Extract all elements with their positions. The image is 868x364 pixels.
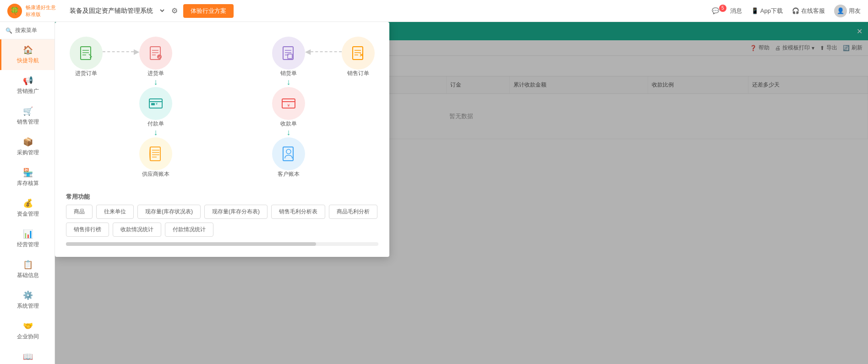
svg-text:✓: ✓ xyxy=(158,55,161,60)
trial-button[interactable]: 体验行业方案 xyxy=(183,4,234,18)
logo-text: 畅康通好生意 标准版 xyxy=(26,4,56,17)
modal-scrollbar[interactable] xyxy=(66,242,378,246)
func-btn-stock-status[interactable]: 现存量(库存状况表) xyxy=(137,205,201,219)
svg-rect-0 xyxy=(81,47,91,60)
workflow-diagram: 进货订单 ▶ xyxy=(66,33,378,185)
main-layout: 🔍 搜索菜单 🏠 快捷导航 📢 营销推广 🛒 销售管理 📦 采购管理 🏪 库存核… xyxy=(0,22,868,364)
header-right: 💬 5 消息 📱 App下载 🎧 在线客服 👤 用友 xyxy=(712,5,861,17)
sidebar-item-purchase[interactable]: 📦 采购管理 xyxy=(0,131,55,162)
finance-icon: 💰 xyxy=(23,198,33,208)
sidebar-item-newbie[interactable]: 📖 新手引导 xyxy=(0,346,55,364)
sidebar-item-enterprise[interactable]: 🤝 企业协同 xyxy=(0,315,55,346)
workflow-sale-order: 销售订单 xyxy=(342,37,375,77)
func-buttons-row2: 销售排行榜 收款情况统计 付款情况统计 xyxy=(66,223,378,237)
sidebar: 🔍 搜索菜单 🏠 快捷导航 📢 营销推广 🛒 销售管理 📦 采购管理 🏪 库存核… xyxy=(0,22,55,364)
svg-rect-15 xyxy=(353,47,363,60)
message-icon: 💬 xyxy=(712,7,719,14)
app-icon: 📱 xyxy=(751,7,759,14)
receipt-circle[interactable]: ¥ xyxy=(272,87,305,120)
svg-rect-21 xyxy=(151,103,155,105)
search-menu[interactable]: 🔍 搜索菜单 xyxy=(0,22,55,39)
func-btn-stock-dist[interactable]: 现存量(库存分布表) xyxy=(204,205,267,219)
purchase-circle[interactable]: ✓ xyxy=(139,37,172,70)
func-btn-sales-profit[interactable]: 销售毛利分析表 xyxy=(271,205,325,219)
service-item[interactable]: 🎧 在线客服 xyxy=(792,7,825,15)
user-name: 用友 xyxy=(849,7,861,15)
purchase-order-circle[interactable] xyxy=(70,37,103,70)
sidebar-item-management[interactable]: 📊 经营管理 xyxy=(0,223,55,254)
modal-scrollbar-thumb xyxy=(66,242,316,246)
workflow-supplier-ledger: 供应商账本 xyxy=(139,137,172,178)
purchase-icon: 📦 xyxy=(23,137,33,147)
func-btn-goods-profit[interactable]: 商品毛利分析 xyxy=(329,205,377,219)
supplier-ledger-circle[interactable] xyxy=(139,137,172,170)
system-title: 装备及固定资产辅助管理系统 xyxy=(70,7,153,15)
func-btn-goods[interactable]: 商品 xyxy=(66,205,93,219)
workflow-purchase: ✓ 进货单 xyxy=(139,37,172,77)
system-icon: ⚙️ xyxy=(23,290,33,300)
base-info-icon: 📋 xyxy=(23,260,33,270)
sidebar-item-quick-nav[interactable]: 🏠 快捷导航 xyxy=(0,39,55,70)
func-btn-partner[interactable]: 往来单位 xyxy=(96,205,134,219)
payment-circle[interactable]: ¥ xyxy=(139,87,172,120)
enterprise-icon: 🤝 xyxy=(23,321,33,331)
logo-icon: 🍀 xyxy=(7,4,22,18)
sidebar-item-finance[interactable]: 💰 资金管理 xyxy=(0,193,55,223)
workflow-customer-ledger: 客户账本 xyxy=(272,137,305,178)
func-btn-payment-stats[interactable]: 付款情况统计 xyxy=(165,223,213,237)
search-icon: 🔍 xyxy=(5,27,12,34)
inventory-icon: 🏪 xyxy=(23,168,33,178)
svg-rect-10 xyxy=(283,47,293,60)
avatar: 👤 xyxy=(834,5,847,17)
svg-point-32 xyxy=(286,149,291,154)
func-btn-receipt-stats[interactable]: 收款情况统计 xyxy=(113,223,161,237)
workflow-receipt: ¥ 收款单 xyxy=(272,87,305,128)
func-buttons-row1: 商品 往来单位 现存量(库存状况表) 现存量(库存分布表) 销售毛利分析表 商品… xyxy=(66,205,378,219)
workflow-payment: ¥ 付款单 xyxy=(139,87,172,128)
app-download-item[interactable]: 📱 App下载 xyxy=(751,7,783,15)
message-item[interactable]: 💬 5 消息 xyxy=(712,7,742,15)
modal-overlay[interactable]: 进货订单 ▶ xyxy=(55,22,868,364)
common-functions-title: 常用功能 xyxy=(66,193,378,201)
customer-ledger-circle[interactable] xyxy=(272,137,305,170)
sales-icon: 🛒 xyxy=(23,106,33,116)
marketing-icon: 📢 xyxy=(23,76,33,86)
svg-text:¥: ¥ xyxy=(156,102,158,105)
func-btn-sales-rank[interactable]: 销售排行榜 xyxy=(66,223,109,237)
sidebar-item-inventory[interactable]: 🏪 库存核算 xyxy=(0,162,55,193)
system-select[interactable] xyxy=(157,7,166,15)
service-icon: 🎧 xyxy=(792,7,799,14)
workflow-sale: 销货单 xyxy=(272,37,305,77)
top-header: 🍀 畅康通好生意 标准版 装备及固定资产辅助管理系统 ⚙ 体验行业方案 💬 5 … xyxy=(0,0,868,22)
svg-text:¥: ¥ xyxy=(287,103,290,108)
sidebar-item-system[interactable]: ⚙️ 系统管理 xyxy=(0,285,55,315)
user-item[interactable]: 👤 用友 xyxy=(834,5,861,17)
newbie-icon: 📖 xyxy=(23,352,33,362)
settings-icon[interactable]: ⚙ xyxy=(171,6,178,15)
management-icon: 📊 xyxy=(23,229,33,239)
sale-circle[interactable] xyxy=(272,37,305,70)
sidebar-item-sales[interactable]: 🛒 销售管理 xyxy=(0,101,55,131)
modal: 进货订单 ▶ xyxy=(55,22,389,257)
header-controls: ⚙ xyxy=(157,6,178,15)
workflow-purchase-order: 进货订单 xyxy=(70,37,103,77)
svg-rect-26 xyxy=(150,147,160,161)
common-functions: 常用功能 商品 往来单位 现存量(库存状况表) 现存量(库存分布表) 销售毛利分… xyxy=(66,193,378,237)
content-area: 首页 销售订单执行表 ✕ ✕ ❓ 帮助 🖨 按模板打印 ▾ ⬆ 导出 xyxy=(55,22,868,364)
logo-area: 🍀 畅康通好生意 标准版 xyxy=(7,4,62,18)
sale-order-circle[interactable] xyxy=(342,37,375,70)
sidebar-item-marketing[interactable]: 📢 营销推广 xyxy=(0,70,55,101)
sidebar-item-base-info[interactable]: 📋 基础信息 xyxy=(0,254,55,285)
home-icon: 🏠 xyxy=(23,45,33,55)
